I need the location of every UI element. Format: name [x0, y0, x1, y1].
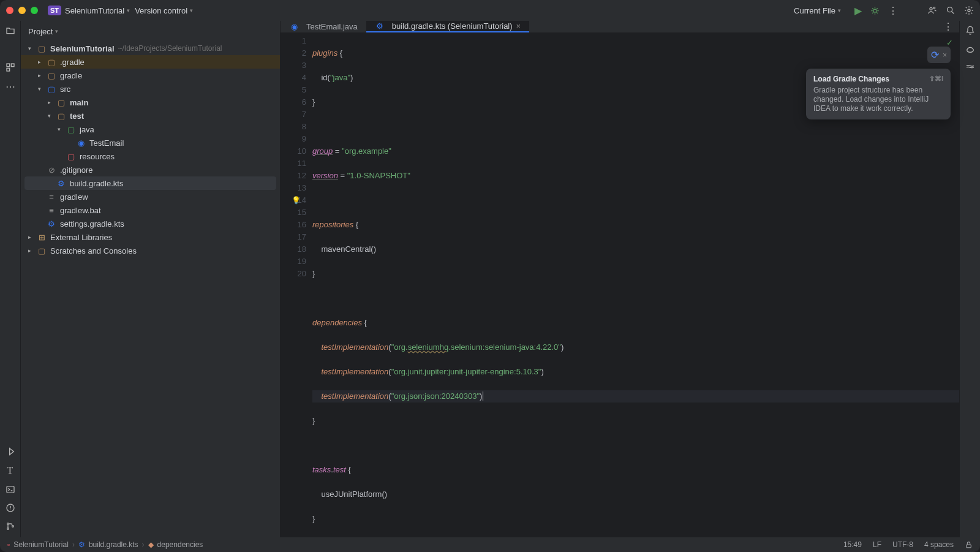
run-config-label: Current File: [794, 6, 835, 15]
cursor-position[interactable]: 15:49: [843, 540, 862, 549]
file-encoding[interactable]: UTF-8: [892, 540, 913, 549]
svg-point-2: [933, 7, 935, 9]
run-config-selector[interactable]: Current File▾: [794, 6, 841, 15]
tab-build-gradle[interactable]: ⚙build.gradle.kts (SeleniumTutorial)×: [366, 21, 529, 32]
vcs-label: Version control: [135, 6, 187, 15]
tooltip-shortcut: ⇧⌘I: [929, 75, 943, 83]
indent-setting[interactable]: 4 spaces: [924, 540, 954, 549]
tree-item-test[interactable]: ▾▢test: [21, 109, 280, 123]
svg-point-3: [948, 7, 952, 12]
breadcrumb-item[interactable]: build.gradle.kts: [89, 540, 138, 549]
gradle-elephant-icon: ⟳: [931, 49, 939, 61]
tree-label: gradlew: [60, 192, 88, 202]
tooltip-title: Load Gradle Changes: [813, 75, 889, 83]
vcs-menu[interactable]: Version control▾: [135, 6, 193, 15]
more-tools-icon[interactable]: ⋯: [6, 81, 15, 93]
tree-item-main[interactable]: ▸▢main: [21, 96, 280, 109]
git-tool-icon[interactable]: [6, 521, 15, 531]
debug-icon[interactable]: [870, 6, 880, 15]
problems-tool-icon[interactable]: [6, 503, 15, 513]
svg-rect-14: [967, 544, 971, 547]
tab-testemail[interactable]: ◉TestEmail.java: [281, 21, 366, 32]
settings-icon[interactable]: [964, 6, 974, 15]
ai-tool-icon[interactable]: [965, 62, 975, 72]
readonly-lock-icon[interactable]: [965, 541, 973, 549]
project-sidebar: Project ▾ ▾▢SeleniumTutorial~/IdeaProjec…: [21, 21, 281, 537]
tree-label: src: [60, 85, 70, 94]
close-icon[interactable]: ×: [943, 51, 947, 59]
tab-label: TestEmail.java: [306, 22, 358, 31]
tree-label: Scratches and Consoles: [50, 246, 137, 255]
terminal-tool-icon[interactable]: [6, 485, 15, 494]
tree-item-gradlew[interactable]: ≡gradlew: [21, 190, 280, 203]
tree-item-settings-gradle[interactable]: ⚙settings.gradle.kts: [21, 217, 280, 230]
window-controls: [6, 7, 38, 14]
tab-label: build.gradle.kts (SeleniumTutorial): [392, 21, 513, 31]
tree-item-gradle[interactable]: ▸▢gradle: [21, 69, 280, 82]
tab-more-icon[interactable]: ⋮: [943, 21, 953, 32]
tree-item-gradlew-bat[interactable]: ≡gradlew.bat: [21, 203, 280, 217]
breadcrumb-item[interactable]: SeleniumTutorial: [13, 540, 69, 549]
tree-root[interactable]: ▾▢SeleniumTutorial~/IdeaProjects/Seleniu…: [21, 42, 280, 55]
tree-item-testemail[interactable]: ◉TestEmail: [21, 136, 280, 149]
project-name: SeleniumTutorial: [65, 6, 124, 15]
text-tool-icon[interactable]: T: [7, 465, 13, 476]
tree-item-resources[interactable]: ▢resources: [21, 149, 280, 163]
tree-label: settings.gradle.kts: [60, 219, 124, 229]
tree-label: .gitignore: [60, 165, 92, 175]
close-window[interactable]: [6, 7, 13, 14]
structure-tool-icon[interactable]: [6, 62, 15, 72]
svg-rect-9: [7, 486, 14, 493]
tree-item-gitignore[interactable]: ⊘.gitignore: [21, 163, 280, 176]
svg-point-1: [930, 7, 932, 10]
breadcrumb-item[interactable]: dependencies: [157, 540, 203, 549]
project-menu[interactable]: SeleniumTutorial▾: [65, 6, 130, 15]
svg-marker-8: [9, 448, 13, 455]
chevron-down-icon: ▾: [190, 7, 193, 13]
run-icon[interactable]: ▶: [854, 5, 862, 17]
tree-item-build-gradle[interactable]: ⚙build.gradle.kts: [24, 176, 276, 190]
tree-label: gradle: [60, 71, 82, 80]
right-tool-rail: [959, 21, 980, 537]
close-tab-icon[interactable]: ×: [516, 21, 521, 31]
tree-label: main: [70, 98, 88, 107]
tree-label: TestEmail: [89, 138, 124, 148]
gradle-icon: ⚙: [375, 21, 385, 31]
editor-tabs: ◉TestEmail.java ⚙build.gradle.kts (Selen…: [281, 21, 959, 33]
svg-point-13: [12, 526, 13, 527]
tree-item-gradle-dot[interactable]: ▸▢.gradle: [21, 55, 280, 69]
intention-bulb-icon[interactable]: 💡: [292, 194, 301, 206]
collaborate-icon[interactable]: [927, 6, 937, 15]
sidebar-header[interactable]: Project ▾: [21, 21, 280, 42]
tree-item-src[interactable]: ▾▢src: [21, 82, 280, 96]
titlebar: ST SeleniumTutorial▾ Version control▾ Cu…: [0, 0, 980, 21]
editor-zone: ◉TestEmail.java ⚙build.gradle.kts (Selen…: [281, 21, 959, 537]
gradle-tool-icon[interactable]: [965, 44, 975, 54]
svg-point-0: [873, 9, 876, 12]
tree-label: gradlew.bat: [60, 206, 101, 215]
tree-label: java: [80, 125, 94, 134]
breadcrumb[interactable]: ▫ SeleniumTutorial › ⚙ build.gradle.kts …: [7, 540, 203, 549]
tree-item-java[interactable]: ▾▢java: [21, 123, 280, 136]
project-tool-icon[interactable]: [6, 26, 15, 36]
minimize-window[interactable]: [18, 7, 26, 14]
tree-label: build.gradle.kts: [70, 179, 123, 188]
chevron-down-icon: ▾: [127, 7, 130, 13]
statusbar: ▫ SeleniumTutorial › ⚙ build.gradle.kts …: [0, 537, 980, 552]
build-tool-icon[interactable]: [6, 447, 15, 456]
left-tool-rail: ⋯ T: [0, 21, 21, 537]
tree-label: .gradle: [60, 58, 85, 67]
maximize-window[interactable]: [31, 7, 38, 14]
svg-rect-6: [11, 64, 14, 67]
gradle-reload-badge[interactable]: ⟳ ×: [927, 47, 951, 63]
tree-label: test: [70, 112, 84, 121]
tree-root-path: ~/IdeaProjects/SeleniumTutorial: [118, 44, 222, 53]
line-separator[interactable]: LF: [873, 540, 881, 549]
tree-item-ext-libs[interactable]: ▸⊞External Libraries: [21, 230, 280, 244]
search-icon[interactable]: [946, 6, 956, 15]
more-icon[interactable]: ⋮: [888, 5, 898, 17]
notifications-icon[interactable]: [965, 26, 975, 36]
tree-root-label: SeleniumTutorial: [50, 44, 115, 53]
tree-item-scratches[interactable]: ▸▢Scratches and Consoles: [21, 244, 280, 257]
editor-gutter: 12345678910111213 💡14 151617181920: [281, 33, 312, 537]
